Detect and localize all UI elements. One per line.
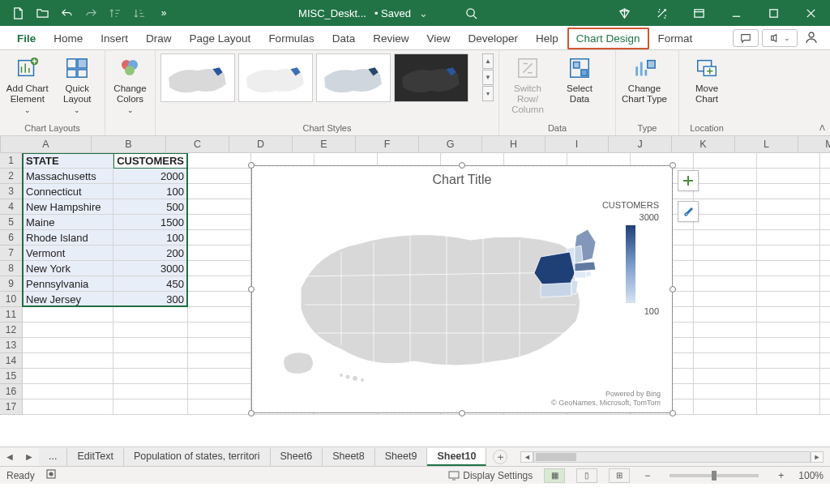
add-sheet-button[interactable]: ＋ (493, 450, 507, 464)
cell-L6[interactable] (757, 230, 820, 246)
cell-A3[interactable]: Connecticut (23, 184, 113, 199)
cell-L3[interactable] (757, 184, 820, 199)
cell-K15[interactable] (694, 369, 757, 384)
change-chart-type-button[interactable]: Change Chart Type (621, 53, 668, 105)
tab-file[interactable]: File (8, 28, 45, 49)
cell-C5[interactable] (188, 215, 251, 230)
zoom-out-button[interactable]: − (641, 470, 653, 481)
zoom-level[interactable]: 100% (798, 470, 824, 481)
row-header-11[interactable]: 11 (0, 307, 23, 322)
collapse-ribbon-icon[interactable]: ᐱ (819, 123, 825, 132)
cell-C1[interactable] (188, 153, 251, 169)
wand-icon[interactable] (644, 1, 679, 25)
worksheet-grid[interactable]: 1STATECUSTOMERS2Massachusetts20003Connec… (0, 153, 830, 446)
close-icon[interactable] (793, 1, 828, 25)
tab-page-layout[interactable]: Page Layout (181, 28, 260, 49)
cell-L10[interactable] (757, 292, 820, 307)
chart-resize-n[interactable] (459, 162, 465, 169)
column-header-B[interactable]: B (92, 136, 166, 152)
tab-view[interactable]: View (417, 28, 459, 49)
cell-A2[interactable]: Massachusetts (23, 169, 113, 184)
cell-M17[interactable] (820, 399, 830, 415)
cell-A13[interactable] (23, 338, 113, 353)
cell-K6[interactable] (694, 230, 757, 246)
cell-M10[interactable] (820, 292, 830, 307)
chart-resize-sw[interactable] (248, 410, 255, 416)
search-icon[interactable] (460, 2, 483, 23)
tab-data[interactable]: Data (323, 28, 365, 49)
cell-M3[interactable] (820, 184, 830, 199)
chart-resize-nw[interactable] (248, 162, 255, 169)
cell-M4[interactable] (820, 199, 830, 215)
cell-M9[interactable] (820, 276, 830, 292)
row-header-16[interactable]: 16 (0, 384, 23, 399)
chart-title[interactable]: Chart Title (252, 166, 672, 190)
cell-A15[interactable] (23, 369, 113, 384)
cell-K16[interactable] (694, 384, 757, 399)
chart-style-1[interactable] (160, 53, 235, 102)
cell-L1[interactable] (757, 153, 820, 169)
cell-A16[interactable] (23, 384, 113, 399)
cell-B15[interactable] (113, 369, 188, 384)
column-header-I[interactable]: I (545, 136, 609, 152)
tab-formulas[interactable]: Formulas (259, 28, 323, 49)
cell-M2[interactable] (820, 169, 830, 184)
cell-B11[interactable] (113, 307, 188, 322)
tab-review[interactable]: Review (364, 28, 417, 49)
column-header-J[interactable]: J (609, 136, 672, 152)
sheet-tab-sheet10[interactable]: Sheet10 (427, 448, 486, 466)
cell-L2[interactable] (757, 169, 820, 184)
view-page-break-button[interactable]: ⊞ (609, 468, 630, 483)
maximize-icon[interactable] (755, 1, 791, 25)
cell-C4[interactable] (188, 199, 251, 215)
cell-C2[interactable] (188, 169, 251, 184)
cell-A10[interactable]: New Jersey (23, 292, 113, 307)
chart-resize-s[interactable] (459, 410, 465, 416)
cell-B7[interactable]: 200 (113, 246, 188, 261)
chart-resize-se[interactable] (670, 410, 676, 416)
cell-K3[interactable] (694, 184, 757, 199)
cell-L16[interactable] (757, 384, 820, 399)
cell-A5[interactable]: Maine (23, 215, 113, 230)
undo-icon[interactable] (55, 2, 78, 23)
cell-B5[interactable]: 1500 (113, 215, 188, 230)
cell-M13[interactable] (820, 338, 830, 353)
cell-C10[interactable] (188, 292, 251, 307)
cell-B12[interactable] (113, 322, 188, 338)
row-header-12[interactable]: 12 (0, 322, 23, 338)
sort-desc-icon[interactable] (128, 2, 151, 23)
display-settings-button[interactable]: Display Settings (448, 470, 533, 481)
cell-M12[interactable] (820, 322, 830, 338)
row-header-8[interactable]: 8 (0, 261, 23, 276)
cell-B3[interactable]: 100 (113, 184, 188, 199)
cell-K8[interactable] (694, 261, 757, 276)
cell-K10[interactable] (694, 292, 757, 307)
tab-help[interactable]: Help (527, 28, 567, 49)
horizontal-scrollbar[interactable]: ◄ ► (520, 451, 824, 463)
open-folder-icon[interactable] (31, 2, 53, 23)
cell-B4[interactable]: 500 (113, 199, 188, 215)
row-header-6[interactable]: 6 (0, 230, 23, 246)
row-header-14[interactable]: 14 (0, 353, 23, 369)
cell-C17[interactable] (188, 399, 251, 415)
sort-asc-icon[interactable] (104, 2, 126, 23)
comments-button[interactable] (733, 29, 759, 47)
zoom-slider[interactable] (670, 474, 759, 477)
sheet-tab-population-of-states-territori[interactable]: Population of states, territori (124, 448, 271, 466)
cell-L8[interactable] (757, 261, 820, 276)
cell-C16[interactable] (188, 384, 251, 399)
cell-A11[interactable] (23, 307, 113, 322)
sheet-tab-edittext[interactable]: EditText (67, 448, 123, 466)
column-header-M[interactable]: M (798, 136, 830, 152)
tab-home[interactable]: Home (45, 28, 92, 49)
cell-L7[interactable] (757, 246, 820, 261)
chart-style-3[interactable] (316, 53, 391, 102)
minimize-icon[interactable] (718, 1, 754, 25)
column-header-H[interactable]: H (482, 136, 545, 152)
tab-format[interactable]: Format (649, 28, 702, 49)
cell-K12[interactable] (694, 322, 757, 338)
cell-M6[interactable] (820, 230, 830, 246)
cell-L14[interactable] (757, 353, 820, 369)
cell-C7[interactable] (188, 246, 251, 261)
share-button[interactable]: ⌄ (762, 29, 798, 47)
